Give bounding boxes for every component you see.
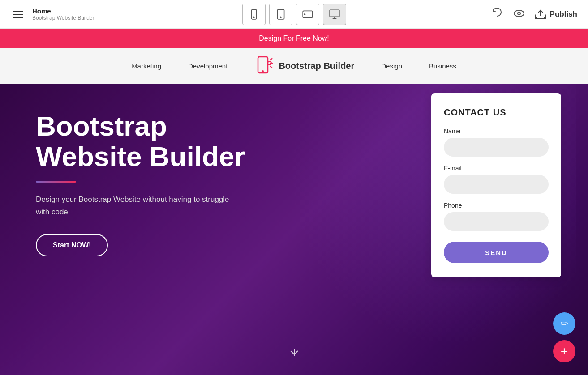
hero-section: Bootstrap Website Builder Design your Bo…	[0, 84, 588, 375]
fab-container: ✏ +	[553, 312, 575, 362]
svg-point-7	[514, 10, 524, 17]
hero-title-line2: Website Builder	[36, 141, 245, 172]
nav-link-design[interactable]: Design	[381, 62, 402, 70]
desktop-view-button[interactable]	[323, 4, 346, 25]
hero-divider	[36, 181, 76, 183]
topbar-left: Home Bootstrap Website Builder	[11, 7, 94, 21]
svg-point-8	[518, 12, 520, 15]
hero-cta-button[interactable]: Start NOW!	[36, 234, 108, 256]
promo-banner[interactable]: Design For Free Now!	[0, 29, 588, 48]
tablet-view-button[interactable]	[269, 4, 292, 25]
edit-fab-icon: ✏	[561, 318, 568, 329]
nav-link-business[interactable]: Business	[429, 62, 456, 70]
topbar-right: Publish	[491, 7, 577, 22]
hamburger-icon	[13, 11, 23, 18]
topbar-title: Home Bootstrap Website Builder	[32, 7, 94, 21]
hero-title-line1: Bootstrap	[36, 111, 167, 141]
hero-content: Bootstrap Website Builder Design your Bo…	[0, 84, 313, 283]
email-field-group: E-mail	[444, 165, 549, 194]
scroll-indicator[interactable]	[288, 346, 300, 362]
svg-point-10	[262, 70, 264, 72]
svg-point-3	[280, 17, 281, 17]
topbar: Home Bootstrap Website Builder	[0, 0, 588, 29]
email-input[interactable]	[444, 175, 549, 194]
phone-input[interactable]	[444, 212, 549, 231]
name-label: Name	[444, 128, 549, 135]
svg-point-1	[253, 17, 254, 17]
name-field-group: Name	[444, 128, 549, 157]
site-logo: Bootstrap Builder	[254, 54, 354, 78]
svg-line-13	[270, 66, 272, 68]
name-input[interactable]	[444, 138, 549, 157]
home-label: Home	[32, 7, 94, 15]
add-fab-icon: +	[561, 344, 568, 358]
site-navbar: Marketing Development Bootstrap Builder …	[0, 48, 588, 84]
promo-text: Design For Free Now!	[259, 34, 329, 43]
preview-button[interactable]	[512, 7, 526, 21]
hero-title: Bootstrap Website Builder	[36, 111, 278, 172]
email-label: E-mail	[444, 165, 549, 172]
mobile-view-button[interactable]	[242, 4, 266, 25]
logo-icon	[254, 54, 274, 78]
undo-button[interactable]	[491, 7, 503, 22]
device-switcher	[242, 4, 346, 25]
contact-heading: CONTACT US	[444, 107, 549, 118]
nav-link-development[interactable]: Development	[188, 62, 227, 70]
phone-label: Phone	[444, 202, 549, 209]
phone-field-group: Phone	[444, 202, 549, 231]
add-fab-button[interactable]: +	[553, 340, 575, 362]
hero-subtitle: Design your Bootstrap Website without ha…	[36, 193, 242, 217]
logo-text: Bootstrap Builder	[279, 61, 354, 71]
svg-point-5	[304, 13, 305, 14]
send-button[interactable]: SEND	[444, 242, 549, 263]
tablet-landscape-view-button[interactable]	[296, 4, 319, 25]
publish-button[interactable]: Publish	[535, 9, 577, 20]
nav-link-marketing[interactable]: Marketing	[132, 62, 161, 70]
contact-card: CONTACT US Name E-mail Phone SEND	[431, 93, 561, 277]
svg-rect-6	[330, 10, 339, 17]
edit-fab-button[interactable]: ✏	[553, 312, 575, 335]
hamburger-button[interactable]	[11, 9, 25, 20]
publish-label: Publish	[550, 10, 577, 19]
svg-line-11	[270, 58, 272, 60]
topbar-subtitle: Bootstrap Website Builder	[32, 15, 94, 21]
